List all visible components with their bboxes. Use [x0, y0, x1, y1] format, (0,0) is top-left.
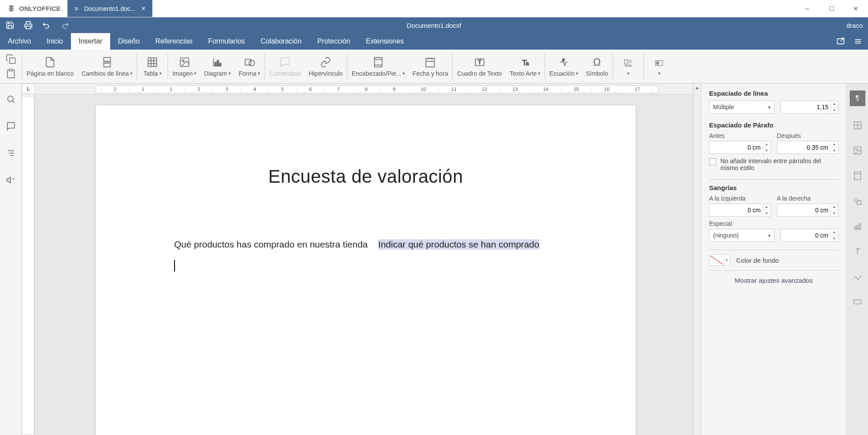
print-button[interactable]	[24, 20, 33, 30]
scroll-up-icon[interactable]: ▲	[693, 84, 701, 91]
dropcap-button[interactable]: ▾	[617, 57, 639, 76]
menu-colaboracion[interactable]: Colaboración	[253, 33, 310, 50]
diagram-button[interactable]: Diagram▾	[204, 56, 231, 77]
headings-panel-icon[interactable]	[6, 148, 16, 158]
spacing-before-input[interactable]: ▲▼	[709, 141, 771, 154]
menu-archivo[interactable]: Archivo	[0, 33, 39, 50]
menu-referencias[interactable]: Referencias	[148, 33, 200, 50]
table-settings-icon[interactable]	[851, 119, 864, 131]
chevron-down-icon: ▾	[403, 71, 405, 76]
minimize-button[interactable]: ─	[795, 0, 819, 17]
menu-inicio[interactable]: Inicio	[39, 33, 71, 50]
signature-settings-icon[interactable]	[851, 271, 864, 283]
menu-extensiones[interactable]: Extensiones	[358, 33, 412, 50]
svg-point-24	[249, 60, 255, 66]
paste-icon[interactable]	[6, 68, 16, 79]
user-name[interactable]: draco	[846, 22, 863, 29]
spinner-down-icon[interactable]: ▼	[831, 211, 838, 217]
spinner-down-icon[interactable]: ▼	[763, 211, 770, 217]
feedback-icon[interactable]	[6, 175, 16, 185]
close-tab-icon[interactable]: ×	[141, 5, 145, 13]
menu-proteccion[interactable]: Protección	[310, 33, 358, 50]
title-bar: ONLYOFFICE ≡ Documento1.doc... × ─ ☐ ✕	[0, 0, 868, 17]
save-button[interactable]	[5, 20, 15, 30]
header-footer-icon	[372, 56, 384, 68]
header-footer-settings-icon[interactable]	[851, 170, 864, 182]
hyperlink-button[interactable]: Hipervínculo	[309, 56, 343, 77]
spinner-down-icon[interactable]: ▼	[831, 148, 838, 154]
maximize-button[interactable]: ☐	[819, 0, 844, 17]
symbol-button[interactable]: Ω Símbolo	[586, 56, 608, 77]
shape-settings-icon[interactable]	[851, 195, 864, 207]
vertical-scrollbar[interactable]: ▲	[693, 84, 701, 435]
line-spacing-value-input[interactable]: ▲▼	[781, 100, 839, 114]
close-window-button[interactable]: ✕	[844, 0, 868, 17]
image-settings-icon[interactable]	[851, 144, 864, 157]
spinner-up-icon[interactable]: ▲	[763, 204, 770, 211]
shape-button[interactable]: Forma▾	[239, 56, 260, 77]
spinner-up-icon[interactable]: ▲	[831, 229, 838, 236]
tab-selector[interactable]: L	[22, 84, 35, 94]
form-field-placeholder[interactable]: Indicar qué productos se han comprado	[378, 239, 539, 250]
line-spacing-mode-select[interactable]: Múltiple ▾	[709, 100, 774, 114]
question-text[interactable]: Qué productos has comprado en nuestra ti…	[174, 239, 368, 250]
svg-point-17	[182, 60, 184, 61]
special-indent-select[interactable]: (ninguno) ▾	[709, 229, 774, 242]
undo-button[interactable]	[42, 20, 51, 30]
open-location-icon[interactable]	[836, 37, 845, 46]
controls-button[interactable]: ▾	[648, 57, 670, 76]
indent-right-input[interactable]: ▲▼	[777, 204, 839, 217]
spacing-after-input[interactable]: ▲▼	[777, 141, 839, 154]
background-color-picker[interactable]: ▾	[709, 254, 730, 266]
special-indent-value-input[interactable]: ▲▼	[781, 229, 839, 242]
document-tab[interactable]: ≡ Documento1.doc... ×	[67, 0, 152, 17]
equation-button[interactable]: x Ecuación▾	[549, 56, 578, 77]
menu-formularios[interactable]: Formularios	[200, 33, 252, 50]
menu-insertar[interactable]: Insertar	[71, 33, 110, 50]
spinner-down-icon[interactable]: ▼	[763, 148, 770, 154]
document-title: Documento1.docxf	[407, 22, 461, 29]
advanced-settings-link[interactable]: Mostrar ajustes avanzados	[709, 277, 838, 284]
shape-icon	[243, 56, 256, 68]
image-button[interactable]: Imagen▾	[172, 56, 196, 77]
vertical-ruler[interactable]: L	[22, 84, 35, 435]
spinner-up-icon[interactable]: ▲	[831, 101, 838, 107]
document-page[interactable]: Encuesta de valoración Qué productos has…	[96, 105, 636, 435]
svg-rect-60	[859, 224, 861, 230]
header-footer-button[interactable]: Encabezado/Pie...▾	[352, 56, 405, 77]
paragraph-settings-icon[interactable]: ¶	[850, 90, 865, 106]
text-art-button[interactable]: Ta Texto Arte▾	[510, 56, 540, 77]
copy-icon[interactable]	[6, 54, 16, 64]
spinner-up-icon[interactable]: ▲	[763, 141, 770, 148]
chevron-down-icon: ▾	[576, 71, 578, 76]
spinner-up-icon[interactable]: ▲	[831, 141, 838, 148]
chart-settings-icon[interactable]	[851, 220, 864, 232]
svg-text:x: x	[562, 57, 565, 61]
search-icon[interactable]	[6, 94, 16, 104]
chart-icon	[211, 56, 223, 68]
view-settings-icon[interactable]	[853, 37, 863, 46]
calendar-icon	[424, 56, 436, 68]
spinner-down-icon[interactable]: ▼	[831, 236, 838, 242]
chevron-down-icon: ▾	[229, 71, 231, 76]
app-name: ONLYOFFICE	[19, 5, 61, 12]
text-box-button[interactable]: T Cuadro de Texto	[457, 56, 501, 77]
svg-rect-23	[245, 59, 251, 65]
spinner-up-icon[interactable]: ▲	[831, 204, 838, 211]
date-time-button[interactable]: Fecha y hora	[413, 56, 448, 77]
breaks-button[interactable]: Cambios de línea▾	[81, 56, 132, 77]
blank-page-button[interactable]: Página en blanco	[27, 56, 74, 77]
comments-panel-icon[interactable]	[6, 121, 16, 131]
indent-left-input[interactable]: ▲▼	[709, 204, 771, 217]
document-heading[interactable]: Encuesta de valoración	[174, 166, 557, 187]
document-paragraph[interactable]: Qué productos has comprado en nuestra ti…	[174, 239, 557, 250]
table-button[interactable]: Tabla▾	[141, 56, 163, 77]
spinner-down-icon[interactable]: ▼	[831, 107, 838, 114]
chevron-down-icon: ▾	[194, 71, 196, 76]
redo-button[interactable]	[60, 20, 70, 30]
no-interval-checkbox[interactable]	[709, 158, 716, 165]
horizontal-ruler[interactable]: ·2·1· 1·2·3· 4·5·6· 7·8·9· 10·11·12· 13·…	[35, 84, 693, 95]
form-settings-icon[interactable]	[851, 296, 864, 308]
text-art-settings-icon[interactable]: T	[851, 245, 864, 258]
menu-diseno[interactable]: Diseño	[110, 33, 148, 50]
